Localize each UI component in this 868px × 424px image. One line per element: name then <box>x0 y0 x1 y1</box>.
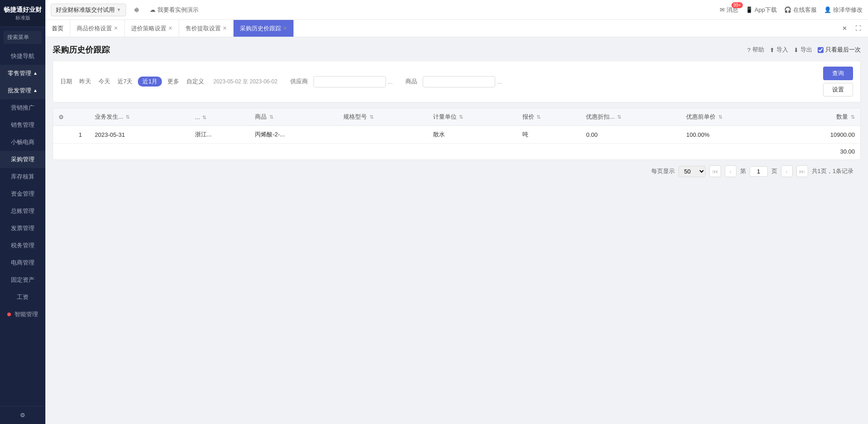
page-header: 采购历史价跟踪 ? 帮助 ⬆ 导入 ⬇ 导出 只看最后一次 <box>53 44 861 55</box>
settings-icon[interactable]: ⚙ <box>20 412 25 419</box>
fixed-assets-label: 固定资产 <box>11 276 34 283</box>
sidebar-item-sales[interactable]: 销售管理 <box>0 116 45 134</box>
version-selector[interactable]: 好业财标准版交付试用 ▼ <box>51 4 126 16</box>
sidebar-item-payroll[interactable]: 工资 <box>0 289 45 306</box>
tab-purchase-strategy[interactable]: 进价策略设置 ✕ <box>125 20 179 37</box>
filter-section: 日期 昨天 今天 近7天 近1月 更多 自定义 2023-05-02 至 202… <box>53 61 861 102</box>
pagination-prev-button[interactable]: ‹ <box>725 165 736 177</box>
date-option-1month[interactable]: 近1月 <box>138 77 162 87</box>
sidebar-search[interactable]: 搜索菜单 <box>0 27 45 48</box>
import-label: 导入 <box>776 46 788 54</box>
sidebar-settings[interactable]: ⚙ <box>0 406 45 424</box>
date-option-custom[interactable]: 自定义 <box>185 77 206 87</box>
online-service-button[interactable]: 🎧 在线客服 <box>784 6 817 14</box>
col-unit-sort[interactable]: ⇅ <box>459 114 463 120</box>
only-last-label: 只看最后一次 <box>825 46 861 54</box>
sidebar-item-purchase[interactable]: 采购管理 <box>0 151 45 168</box>
app-download-button[interactable]: 📱 App下载 <box>746 6 777 14</box>
demo-label: 我要看实例演示 <box>157 6 199 14</box>
sidebar-item-tax[interactable]: 税务管理 <box>0 237 45 254</box>
pagination-next-button[interactable]: › <box>781 165 793 177</box>
sidebar-item-intelligent[interactable]: 智能管理 <box>0 306 45 323</box>
date-option-yesterday[interactable]: 昨天 <box>78 77 93 87</box>
col-original-price-label: 优惠前单价 <box>686 113 716 120</box>
sidebar-logo: 畅捷通好业财 标准版 <box>0 0 45 27</box>
sidebar-item-fixed-assets[interactable]: 固定资产 <box>0 271 45 289</box>
tab-sale-extraction[interactable]: 售价提取设置 ✕ <box>179 20 234 37</box>
headset-icon: 🎧 <box>784 6 791 13</box>
col-header-goods[interactable]: 商品 ⇅ <box>249 108 338 126</box>
sidebar-item-retail[interactable]: 零售管理 ▲ <box>0 65 45 82</box>
sidebar-item-ledger[interactable]: 总账管理 <box>0 202 45 220</box>
goods-filter-group: ... <box>423 76 502 87</box>
tab-price-settings[interactable]: 商品价格设置 ✕ <box>70 20 125 37</box>
col-header-business-date[interactable]: 业务发生... ⇅ <box>89 108 190 126</box>
pagination-first-button[interactable]: ⏮ <box>709 165 721 177</box>
sidebar-item-ecommerce[interactable]: 电商管理 <box>0 254 45 271</box>
per-page-select[interactable]: 50 10 20 100 <box>678 166 706 177</box>
sidebar-item-quick-nav[interactable]: 快捷导航 <box>0 48 45 65</box>
sidebar-item-inventory[interactable]: 库存核算 <box>0 168 45 185</box>
date-option-more[interactable]: 更多 <box>166 77 181 87</box>
goods-input[interactable] <box>423 76 495 87</box>
col-header-price[interactable]: 报价 ⇅ <box>517 108 581 126</box>
goods-more-button[interactable]: ... <box>497 78 502 85</box>
col-business-date-sort[interactable]: ⇅ <box>126 114 130 120</box>
tab-price-settings-close[interactable]: ✕ <box>114 25 118 31</box>
search-menu-button[interactable]: 搜索菜单 <box>4 31 42 44</box>
col-header-unit[interactable]: 计量单位 ⇅ <box>428 108 517 126</box>
ledger-label: 总账管理 <box>11 207 34 214</box>
supplier-more-button[interactable]: ... <box>388 78 393 85</box>
sidebar-item-wholesale[interactable]: 批发管理 ▲ <box>0 82 45 99</box>
tab-maximize-button[interactable]: ⛶ <box>852 22 864 35</box>
filter-settings-button[interactable]: 设置 <box>823 83 853 96</box>
date-option-today[interactable]: 今天 <box>97 77 112 87</box>
cell-settings <box>53 126 71 144</box>
tab-purchase-strategy-close[interactable]: ✕ <box>168 25 172 31</box>
col-header-quantity[interactable]: 数量 ⇅ <box>783 108 860 126</box>
only-last-input[interactable] <box>818 47 824 53</box>
col-header-more[interactable]: ... ⇅ <box>190 108 249 126</box>
col-header-settings[interactable]: ⚙ <box>53 108 71 126</box>
supplier-filter-group: ... <box>313 76 393 87</box>
col-header-discount[interactable]: 优惠折扣... ⇅ <box>580 108 681 126</box>
col-discount-sort[interactable]: ⇅ <box>617 114 621 120</box>
date-options: 昨天 今天 近7天 近1月 更多 自定义 <box>78 77 206 87</box>
col-quantity-sort[interactable]: ⇅ <box>851 114 855 120</box>
cell-discount: 100.00% <box>681 126 783 144</box>
user-profile-button[interactable]: 👤 徐泽华修改 <box>824 6 863 14</box>
sidebar-item-marketing[interactable]: 营销推广 <box>0 99 45 116</box>
import-button[interactable]: ⬆ 导入 <box>770 46 788 54</box>
sidebar-item-finance[interactable]: 资金管理 <box>0 185 45 202</box>
col-original-price-sort[interactable]: ⇅ <box>718 114 722 120</box>
only-last-checkbox[interactable]: 只看最后一次 <box>818 46 861 54</box>
col-header-spec[interactable]: 规格型号 ⇅ <box>338 108 427 126</box>
page-input[interactable] <box>750 166 768 177</box>
inventory-label: 库存核算 <box>11 173 34 180</box>
sidebar-item-ecommerce-small[interactable]: 小畅电商 <box>0 134 45 151</box>
col-settings-icon[interactable]: ⚙ <box>59 114 64 120</box>
col-spec-sort[interactable]: ⇅ <box>370 114 374 120</box>
tab-home[interactable]: 首页 <box>45 20 70 37</box>
demo-button[interactable]: ☁ 我要看实例演示 <box>150 6 199 14</box>
sidebar-item-invoice[interactable]: 发票管理 <box>0 220 45 237</box>
export-button[interactable]: ⬇ 导出 <box>794 46 812 54</box>
intelligent-label: 智能管理 <box>15 311 38 318</box>
tab-purchase-history-close[interactable]: ✕ <box>283 25 287 31</box>
topbar-settings-icon[interactable] <box>130 4 142 16</box>
tab-sale-extraction-close[interactable]: ✕ <box>223 25 227 31</box>
message-icon: ✉ <box>720 6 725 13</box>
message-button[interactable]: ✉ 消息 99+ <box>720 6 738 14</box>
col-header-original-price[interactable]: 优惠前单价 ⇅ <box>681 108 783 126</box>
col-more-sort[interactable]: ⇅ <box>202 115 206 120</box>
date-option-7days[interactable]: 近7天 <box>116 77 134 87</box>
col-goods-sort[interactable]: ⇅ <box>269 114 273 120</box>
pagination-last-button[interactable]: ⏭ <box>796 165 808 177</box>
query-button[interactable]: 查询 <box>823 67 853 80</box>
help-button[interactable]: ? 帮助 <box>747 46 764 54</box>
page-label: 第 <box>740 167 746 175</box>
supplier-input[interactable] <box>313 76 386 87</box>
col-price-sort[interactable]: ⇅ <box>536 114 541 120</box>
tab-purchase-history[interactable]: 采购历史价跟踪 ✕ <box>234 20 294 37</box>
tab-close-button[interactable]: ✕ <box>838 22 851 35</box>
